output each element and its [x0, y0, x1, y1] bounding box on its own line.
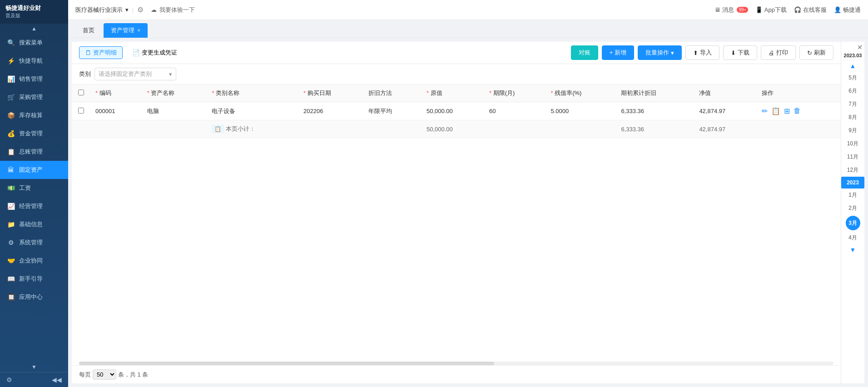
sidebar-icon-10: 📁: [6, 220, 15, 229]
collapse-icon[interactable]: ◀◀: [52, 376, 62, 383]
asset-table: 编码 资产名称 类别名称 购买日期 折旧方法 原值 期限(月) 残值率(%) 期…: [72, 84, 841, 138]
headset-icon: 🎧: [794, 6, 801, 13]
sidebar: 畅捷通好业财 普及版 ▲ 🔍 搜索菜单 ⚡ 快捷导航 📊 销售管理 🛒 采购管理…: [0, 0, 68, 387]
app-download-button[interactable]: 📱 App下载: [755, 6, 787, 14]
date-month-prev[interactable]: 10月: [841, 137, 864, 150]
sidebar-item-快捷导航[interactable]: ⚡ 快捷导航: [0, 52, 68, 70]
sidebar-item-工资[interactable]: 💵 工资: [0, 179, 68, 197]
date-month-prev[interactable]: 5月: [841, 71, 864, 84]
sidebar-label-8: 工资: [19, 184, 31, 192]
more-icon[interactable]: ⊞: [784, 107, 790, 115]
row-checkbox-0[interactable]: [78, 108, 84, 114]
settings-icon[interactable]: ⚙: [6, 376, 12, 383]
delete-icon[interactable]: 🗑: [794, 107, 801, 115]
date-sidebar-close-icon[interactable]: ✕: [855, 42, 864, 53]
select-all-checkbox[interactable]: [78, 89, 84, 95]
sidebar-item-应用中心[interactable]: 🔲 应用中心: [0, 288, 68, 306]
row-initial-accumulated: 6,333.36: [615, 102, 694, 120]
sidebar-label-4: 库存核算: [19, 111, 43, 119]
sidebar-icon-2: 📊: [6, 74, 15, 84]
date-month-prev[interactable]: 9月: [841, 124, 864, 137]
tab-asset-detail-label: 资产明细: [93, 49, 117, 57]
row-original-value: 50,000.00: [421, 102, 484, 120]
refresh-label: 刷新: [814, 49, 826, 57]
th-actions: 操作: [756, 84, 841, 102]
voucher-icon: 📄: [132, 49, 140, 56]
sidebar-item-库存核算[interactable]: 📦 库存核算: [0, 106, 68, 124]
row-residual-rate: 5.0000: [545, 102, 615, 120]
date-month-prev[interactable]: 7月: [841, 98, 864, 111]
import-icon: ⬆: [693, 50, 698, 56]
date-month-current[interactable]: 1月: [841, 189, 864, 202]
sidebar-item-新手引导[interactable]: 📖 新手引导: [0, 270, 68, 288]
filter-category-select[interactable]: 请选择固定资产类别 ▾: [94, 68, 176, 80]
per-page-select[interactable]: 50 100 200: [93, 369, 116, 380]
tab-asset-label: 资产管理: [111, 26, 134, 35]
sidebar-item-资金管理[interactable]: 💰 资金管理: [0, 124, 68, 143]
total-label: 条，共 1 条: [118, 371, 148, 379]
sidebar-icon-5: 💰: [6, 129, 15, 138]
th-original-value: 原值: [421, 84, 484, 102]
filter-row: 类别 请选择固定资产类别 ▾: [72, 64, 841, 84]
row-checkbox-cell: [72, 102, 90, 120]
date-month-prev[interactable]: 6月: [841, 84, 864, 98]
customer-service-button[interactable]: 🎧 在线客服: [794, 6, 827, 14]
sidebar-icon-4: 📦: [6, 111, 15, 120]
date-arrow-down[interactable]: ▼: [841, 244, 864, 255]
notification-button[interactable]: 🖥 消息 99+: [714, 6, 748, 14]
sidebar-icon-14: 🔲: [6, 293, 15, 302]
tab-close-icon[interactable]: ×: [137, 27, 140, 34]
chevron-down-icon: ▾: [125, 6, 129, 13]
user-menu[interactable]: 👤 畅捷通: [834, 6, 861, 14]
row-actions: ✏ 📋 ⊞ 🗑: [756, 102, 841, 120]
sidebar-item-销售管理[interactable]: 📊 销售管理: [0, 70, 68, 88]
th-category: 类别名称: [206, 84, 298, 102]
edit-icon[interactable]: ✏: [762, 107, 768, 115]
sidebar-label-12: 企业协同: [19, 257, 43, 265]
new-button[interactable]: + 新增: [602, 45, 634, 60]
sidebar-item-系统管理[interactable]: ⚙ 系统管理: [0, 233, 68, 252]
sidebar-icon-8: 💵: [6, 184, 15, 193]
tab-asset-detail[interactable]: 🗒 资产明细: [79, 46, 123, 59]
date-month-prev[interactable]: 8月: [841, 111, 864, 124]
sidebar-label-6: 总账管理: [19, 148, 43, 156]
notification-badge: 99+: [737, 7, 748, 13]
copy-icon[interactable]: 📋: [771, 107, 780, 115]
download-button[interactable]: ⬇ 下载: [723, 45, 757, 60]
tab-asset-management[interactable]: 资产管理 ×: [104, 23, 148, 38]
reconcile-button[interactable]: 对账: [571, 45, 598, 60]
sidebar-scroll-up[interactable]: ▲: [0, 24, 68, 34]
table-header-row: 编码 资产名称 类别名称 购买日期 折旧方法 原值 期限(月) 残值率(%) 期…: [72, 84, 841, 102]
date-arrow-up[interactable]: ▲: [841, 60, 864, 71]
batch-button[interactable]: 批量操作 ▾: [638, 45, 682, 60]
date-month-current[interactable]: 2月: [841, 202, 864, 215]
sidebar-scroll-down[interactable]: ▼: [0, 362, 68, 372]
tab-voucher[interactable]: 📄 变更生成凭证: [126, 46, 183, 59]
date-month-prev[interactable]: 11月: [841, 150, 864, 164]
tab-home[interactable]: 首页: [75, 23, 102, 38]
sidebar-item-采购管理[interactable]: 🛒 采购管理: [0, 88, 68, 106]
company-selector[interactable]: 医疗器械行业演示 ▾: [75, 6, 129, 14]
sidebar-item-总账管理[interactable]: 📋 总账管理: [0, 143, 68, 161]
horizontal-scrollbar[interactable]: [79, 362, 833, 365]
sidebar-item-企业协同[interactable]: 🤝 企业协同: [0, 252, 68, 270]
sidebar-label-1: 快捷导航: [19, 57, 43, 65]
row-depreciation: 年限平均: [363, 102, 421, 120]
import-button[interactable]: ⬆ 导入: [685, 45, 719, 60]
refresh-button[interactable]: ↻ 刷新: [799, 45, 833, 60]
th-net-value: 净值: [694, 84, 756, 102]
sidebar-item-搜索菜单[interactable]: 🔍 搜索菜单: [0, 34, 68, 52]
print-button[interactable]: 🖨 打印: [761, 45, 796, 60]
date-active-month[interactable]: 3月: [846, 216, 860, 230]
app-download-label: App下载: [764, 6, 787, 14]
sidebar-item-基础信息[interactable]: 📁 基础信息: [0, 215, 68, 233]
sidebar-label-11: 系统管理: [19, 238, 43, 247]
experience-link[interactable]: ☁ 我要体验一下: [151, 6, 195, 14]
date-month-current[interactable]: 4月: [841, 231, 864, 244]
sidebar-label-14: 应用中心: [19, 293, 43, 301]
settings-icon[interactable]: ⚙: [137, 5, 144, 14]
date-month-prev[interactable]: 12月: [841, 164, 864, 177]
customer-service-label: 在线客服: [803, 6, 827, 14]
sidebar-item-经营管理[interactable]: 📈 经营管理: [0, 197, 68, 215]
sidebar-item-固定资产[interactable]: 🏛 固定资产: [0, 161, 68, 179]
